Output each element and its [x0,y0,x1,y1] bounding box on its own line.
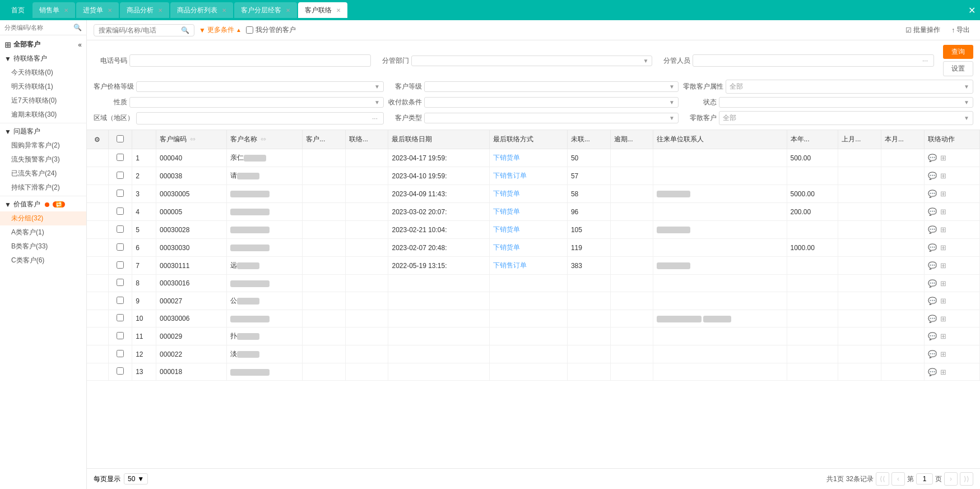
cell-checkbox[interactable] [108,257,132,275]
col-last-month[interactable]: 上月... [838,130,881,149]
sidebar-search-icon[interactable]: 🔍 [73,24,82,31]
tab-product-analysis-list[interactable]: 商品分析列表 ✕ [170,2,233,18]
last-method-link[interactable]: 下销货单 [493,225,520,233]
chat-icon[interactable]: 💬 [928,332,937,340]
sidebar-item-hoarding-abnormal[interactable]: 囤购异常客户(2) [0,139,86,153]
nature-select[interactable]: ▼ [129,97,384,108]
chat-icon[interactable]: 💬 [928,297,937,305]
scattered-attr-select[interactable]: 全部 ▼ [726,80,973,94]
chat-icon[interactable]: 💬 [928,243,937,252]
cell-checkbox[interactable] [108,203,132,221]
next-page-button[interactable]: › [944,472,958,486]
tab-customer-segment[interactable]: 客户分层经客 ✕ [234,2,297,18]
col-this-month[interactable]: 本月... [881,130,924,149]
col-last-contact-method[interactable]: 最后联络方式 [490,130,567,149]
sidebar-item-class-a[interactable]: A类客户(1) [0,225,86,239]
col-last-contact-date[interactable]: 最后联络日期 [388,130,490,149]
grid-action-icon[interactable]: ⊞ [940,332,946,340]
prev-page-button[interactable]: ‹ [891,472,905,486]
sidebar-item-overdue-pending[interactable]: 逾期未联络(30) [0,108,86,122]
grid-action-icon[interactable]: ⊞ [940,225,946,234]
sidebar-item-churn-warning[interactable]: 流失预警客户(3) [0,153,86,167]
chat-icon[interactable]: 💬 [928,154,937,162]
chat-icon[interactable]: 💬 [928,207,937,216]
last-method-link[interactable]: 下销售订单 [493,172,527,179]
export-button[interactable]: ↑ 导出 [948,24,973,36]
tab-product-analysis-list-close[interactable]: ✕ [222,7,226,13]
grid-action-icon[interactable]: ⊞ [940,261,946,270]
manager-dots[interactable]: ··· [920,57,930,64]
cell-checkbox[interactable] [108,239,132,257]
row-checkbox[interactable] [117,225,124,233]
tab-purchase-close[interactable]: ✕ [108,7,112,13]
payment-select[interactable]: ▼ [424,97,679,108]
chat-icon[interactable]: 💬 [928,172,937,180]
sidebar-collapse-icon[interactable]: « [78,41,82,49]
last-page-button[interactable]: ⟩⟩ [960,472,973,486]
col-customer-code[interactable]: 客户编码 ⇔ [156,130,227,149]
sidebar-item-ungrouped[interactable]: 未分组(32) [0,211,86,225]
chat-icon[interactable]: 💬 [928,225,937,234]
row-checkbox[interactable] [117,332,124,339]
filter-search-icon[interactable]: 🔍 [181,26,189,34]
batch-ops-button[interactable]: ☑ 批量操作 [902,24,944,36]
chat-icon[interactable]: 💬 [928,315,937,323]
query-button[interactable]: 查询 [943,45,973,59]
chat-icon[interactable]: 💬 [928,190,937,198]
row-checkbox[interactable] [117,172,124,179]
col-not-contacted[interactable]: 未联... [567,130,610,149]
price-level-select[interactable]: ▼ [136,81,384,92]
sidebar-section-value[interactable]: ▼ 价值客户 🔁 [0,197,86,211]
region-select[interactable]: ··· [136,112,384,124]
sidebar-item-today-pending[interactable]: 今天待联络(0) [0,66,86,80]
row-checkbox[interactable] [117,243,124,251]
sidebar-search-input[interactable] [4,24,71,31]
tab-purchase[interactable]: 进货单 ✕ [76,2,119,18]
sidebar-item-tomorrow-pending[interactable]: 明天待联络(1) [0,80,86,94]
chat-icon[interactable]: 💬 [928,368,937,376]
grid-action-icon[interactable]: ⊞ [940,190,946,198]
row-checkbox[interactable] [117,297,124,304]
row-checkbox[interactable] [117,367,124,375]
sidebar-item-7day-pending[interactable]: 近7天待联络(0) [0,94,86,108]
cell-checkbox[interactable] [108,327,132,345]
page-size-select[interactable]: 50 ▼ [124,473,148,485]
last-method-link[interactable]: 下销售订单 [493,261,527,269]
phone-input[interactable] [129,54,371,67]
tab-sales[interactable]: 销售单 ✕ [32,2,75,18]
chat-icon[interactable]: 💬 [928,279,937,288]
region-dots[interactable]: ··· [370,114,380,122]
grid-action-icon[interactable]: ⊞ [940,172,946,180]
col-overdue[interactable]: 逾期... [610,130,653,149]
my-customers-checkbox[interactable] [246,26,253,34]
status-select[interactable]: ▼ [719,97,973,108]
cell-checkbox[interactable] [108,275,132,292]
sidebar-section-problem[interactable]: ▼ 问题客户 [0,124,86,139]
row-checkbox[interactable] [117,314,124,321]
grid-action-icon[interactable]: ⊞ [940,350,946,358]
page-input[interactable] [916,473,933,485]
tab-home[interactable]: 首页 [4,2,31,18]
col-checkbox[interactable] [108,130,132,149]
cell-checkbox[interactable] [108,221,132,239]
row-checkbox[interactable] [117,207,124,215]
cell-checkbox[interactable] [108,363,132,381]
col-this-year[interactable]: 本年... [787,130,838,149]
tab-product-analysis-close[interactable]: ✕ [158,7,162,13]
cell-checkbox[interactable] [108,185,132,203]
cell-checkbox[interactable] [108,149,132,167]
grid-action-icon[interactable]: ⊞ [940,297,946,305]
sidebar-item-churned[interactable]: 已流失客户(24) [0,167,86,181]
grid-action-icon[interactable]: ⊞ [940,368,946,376]
sidebar-item-class-b[interactable]: B类客户(33) [0,239,86,253]
sidebar-item-declining[interactable]: 持续下滑客户(2) [0,181,86,195]
grid-action-icon[interactable]: ⊞ [940,243,946,252]
tab-customer-contact[interactable]: 客户联络 ✕ [298,2,347,18]
more-conditions-button[interactable]: ▼ 更多条件 ▲ [199,25,241,35]
tab-sales-close[interactable]: ✕ [64,7,68,13]
grid-action-icon[interactable]: ⊞ [940,279,946,288]
col-trade-contact[interactable]: 往来单位联系人 [653,130,787,149]
chat-icon[interactable]: 💬 [928,350,937,358]
row-checkbox[interactable] [117,261,124,269]
last-method-link[interactable]: 下销货单 [493,190,520,197]
